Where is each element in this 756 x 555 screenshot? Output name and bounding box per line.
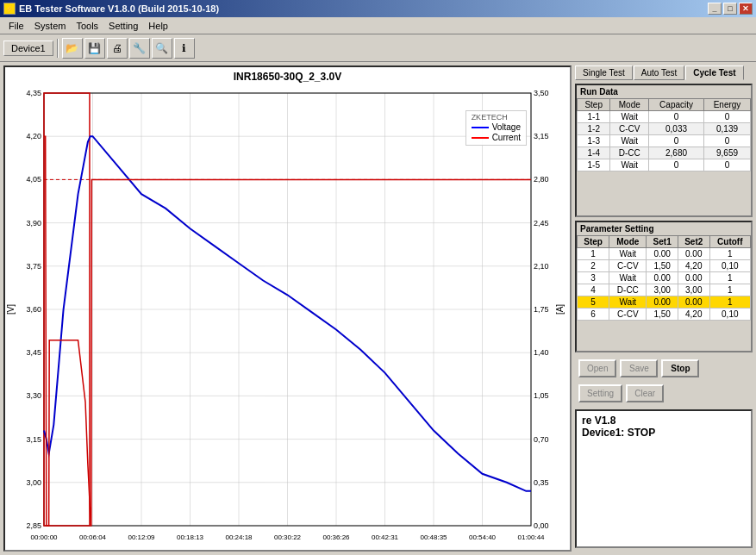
param-col-set1: Set1 [647,236,678,248]
open-button-panel[interactable]: Open [578,359,616,377]
chart-legend: ZKETECH Voltage Current [465,110,527,146]
close-button[interactable]: ✕ [739,3,753,15]
chart-area: INR18650-30Q_2_3.0V ZKETECH Voltage Curr… [3,65,572,552]
table-row: 1-1Wait00 [578,111,751,123]
tab-auto-test[interactable]: Auto Test [634,65,685,80]
chart-canvas [5,84,570,550]
col-energy: Energy [704,99,751,111]
stop-button[interactable]: Stop [661,359,699,377]
save-button-panel[interactable]: Save [620,359,658,377]
table-row: 2C-CV1,504,200,10 [578,260,751,272]
device-tab[interactable]: Device1 [3,41,53,56]
col-capacity: Capacity [649,99,704,111]
menu-system[interactable]: System [29,19,72,33]
toolbar-sep-1 [57,39,59,58]
button-row-2: Setting Clear [575,384,753,406]
param-col-mode: Mode [609,236,647,248]
legend-current: Current [472,133,521,142]
run-data-panel: Run Data Step Mode Capacity Energy 1-1Wa… [575,84,753,217]
table-row: 1-2C-CV0,0330,139 [578,123,751,135]
right-panel: Single Test Auto Test Cycle Test Run Dat… [575,62,756,555]
settings-button[interactable]: 🔧 [129,38,150,59]
param-col-step: Step [578,236,609,248]
toolbar: Device1 📂 💾 🖨 🔧 🔍 ℹ [0,34,756,62]
table-row: 4D-CC3,003,001 [578,284,751,296]
run-data-scroll[interactable]: Step Mode Capacity Energy 1-1Wait001-2C-… [577,98,751,210]
app-icon: ⚡ [3,3,16,15]
param-setting-label: Parameter Setting [577,222,751,235]
tab-single-test[interactable]: Single Test [575,65,633,80]
status-area: re V1.8 Device1: STOP [575,409,753,548]
run-data-label: Run Data [577,85,751,98]
status-line1: re V1.8 [582,415,746,427]
info-button[interactable]: ℹ [174,38,195,59]
table-row: 1-5Wait00 [578,159,751,171]
menu-tools[interactable]: Tools [71,19,103,33]
title-bar-text: EB Tester Software V1.8.0 (Build 2015-10… [19,3,219,14]
run-data-table: Step Mode Capacity Energy 1-1Wait001-2C-… [577,98,751,171]
table-row: 1-3Wait00 [578,135,751,147]
save-button[interactable]: 💾 [84,38,105,59]
menu-setting[interactable]: Setting [103,19,143,33]
table-row: 6C-CV1,504,200,10 [578,309,751,321]
table-row: 1-4D-CC2,6809,659 [578,147,751,159]
param-col-cutoff: Cutoff [709,236,750,248]
menu-help[interactable]: Help [143,19,173,33]
title-bar: ⚡ EB Tester Software V1.8.0 (Build 2015-… [0,0,756,17]
status-line2: Device1: STOP [582,427,746,439]
menu-file[interactable]: File [3,19,29,33]
table-row: 1Wait0.000.001 [578,248,751,260]
maximize-button[interactable]: □ [723,3,737,15]
param-setting-panel: Parameter Setting Step Mode Set1 Set2 Cu… [575,221,753,352]
tab-bar: Single Test Auto Test Cycle Test [575,65,753,80]
col-step: Step [578,99,610,111]
menu-bar: File System Tools Setting Help [0,17,756,34]
legend-voltage: Voltage [472,122,521,132]
col-mode: Mode [610,99,649,111]
param-table: Step Mode Set1 Set2 Cutoff 1Wait0.000.00… [577,235,751,321]
table-row: 5Wait0.000.001 [578,296,751,309]
setting-button[interactable]: Setting [578,384,622,402]
title-bar-buttons: _ □ ✕ [708,3,753,15]
open-button[interactable]: 📂 [62,38,83,59]
search-button[interactable]: 🔍 [152,38,172,59]
legend-brand: ZKETECH [472,113,521,122]
param-scroll[interactable]: Step Mode Set1 Set2 Cutoff 1Wait0.000.00… [577,235,751,321]
voltage-line-icon [472,127,489,128]
print-button[interactable]: 🖨 [107,38,128,59]
main-content: INR18650-30Q_2_3.0V ZKETECH Voltage Curr… [0,62,756,555]
button-row: Open Save Stop [575,356,753,381]
clear-button[interactable]: Clear [626,384,664,402]
param-col-set2: Set2 [678,236,709,248]
chart-title: INR18650-30Q_2_3.0V [5,67,570,84]
current-line-icon [472,137,489,139]
minimize-button[interactable]: _ [708,3,722,15]
tab-cycle-test[interactable]: Cycle Test [685,65,743,80]
table-row: 3Wait0.000.001 [578,272,751,284]
